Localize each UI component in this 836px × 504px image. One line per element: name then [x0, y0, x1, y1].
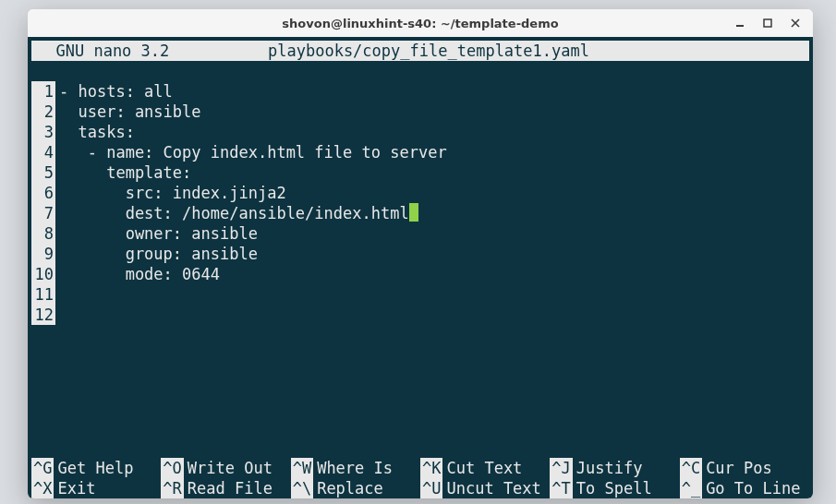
shortcut-label: Replace	[313, 478, 383, 498]
shortcut-key: ^K	[420, 458, 442, 478]
shortcut-key: ^U	[420, 478, 442, 498]
shortcut-item[interactable]: ^RRead File	[161, 478, 290, 498]
editor-line: 4 - name: Copy index.html file to server	[31, 142, 809, 162]
nano-shortcuts: ^GGet Help^OWrite Out^WWhere Is^KCut Tex…	[31, 458, 809, 498]
editor-line: 11	[31, 284, 809, 305]
shortcut-item[interactable]: ^CCur Pos	[680, 458, 809, 478]
shortcut-key: ^X	[31, 478, 54, 498]
line-number: 9	[31, 244, 55, 264]
nano-version: GNU nano 3.2	[37, 41, 268, 61]
shortcut-key: ^W	[291, 458, 313, 478]
shortcut-item[interactable]: ^WWhere Is	[291, 458, 420, 478]
shortcut-key: ^G	[31, 458, 54, 478]
editor-line: 2 user: ansible	[31, 102, 809, 122]
line-content: tasks:	[55, 122, 135, 142]
shortcut-key: ^\	[291, 478, 313, 498]
line-number: 7	[31, 203, 55, 223]
shortcut-item[interactable]: ^GGet Help	[31, 458, 161, 478]
close-button[interactable]	[783, 13, 807, 33]
editor-body[interactable]: 1- hosts: all2 user: ansible3 tasks:4 - …	[31, 61, 809, 325]
shortcut-label: Read File	[184, 478, 273, 498]
shortcut-label: Write Out	[184, 458, 273, 478]
line-content	[55, 305, 59, 325]
line-number: 2	[31, 102, 55, 122]
shortcut-row-2: ^XExit^RRead File^\Replace^UUncut Text^T…	[31, 478, 809, 498]
svg-rect-0	[736, 25, 744, 27]
shortcut-label: Where Is	[313, 458, 393, 478]
shortcut-row-1: ^GGet Help^OWrite Out^WWhere Is^KCut Tex…	[31, 458, 809, 478]
line-content	[55, 284, 59, 305]
shortcut-label: To Spell	[573, 478, 652, 498]
shortcut-item[interactable]: ^XExit	[31, 478, 161, 498]
line-number: 6	[31, 183, 55, 203]
line-content: user: ansible	[55, 102, 201, 122]
editor-line: 10 mode: 0644	[31, 264, 809, 284]
shortcut-key: ^O	[161, 458, 183, 478]
shortcut-key: ^_	[680, 478, 702, 498]
line-content: group: ansible	[55, 244, 258, 264]
line-content: dest: /home/ansible/index.html	[55, 203, 418, 223]
line-content: src: index.jinja2	[55, 183, 286, 203]
nano-filename: playbooks/copy_file_template1.yaml	[268, 41, 804, 61]
shortcut-label: Go To Line	[702, 478, 800, 498]
shortcut-key: ^R	[161, 478, 183, 498]
shortcut-item[interactable]: ^UUncut Text	[420, 478, 550, 498]
shortcut-item[interactable]: ^\Replace	[291, 478, 420, 498]
shortcut-key: ^T	[550, 478, 572, 498]
line-number: 3	[31, 122, 55, 142]
maximize-button[interactable]	[756, 13, 780, 33]
line-number: 5	[31, 162, 55, 183]
shortcut-key: ^C	[680, 458, 702, 478]
editor-line: 8 owner: ansible	[31, 223, 809, 244]
shortcut-label: Get Help	[54, 458, 133, 478]
line-number: 10	[31, 264, 55, 284]
line-content: template:	[55, 162, 191, 183]
shortcut-key: ^J	[550, 458, 572, 478]
window-title: shovon@linuxhint-s40: ~/template-demo	[282, 17, 558, 30]
line-number: 12	[31, 305, 55, 325]
line-number: 11	[31, 284, 55, 305]
window-titlebar: shovon@linuxhint-s40: ~/template-demo	[28, 9, 813, 37]
maximize-icon	[763, 18, 772, 28]
editor-line: 7 dest: /home/ansible/index.html	[31, 203, 809, 223]
shortcut-item[interactable]: ^_Go To Line	[680, 478, 809, 498]
nano-header: GNU nano 3.2 playbooks/copy_file_templat…	[31, 41, 809, 61]
line-content: - hosts: all	[55, 81, 173, 102]
minimize-icon	[735, 18, 745, 28]
editor-line: 12	[31, 305, 809, 325]
shortcut-label: Cur Pos	[702, 458, 772, 478]
minimize-button[interactable]	[728, 13, 752, 33]
shortcut-label: Exit	[54, 478, 95, 498]
line-content: mode: 0644	[55, 264, 220, 284]
terminal-area[interactable]: GNU nano 3.2 playbooks/copy_file_templat…	[28, 37, 813, 498]
shortcut-item[interactable]: ^JJustify	[550, 458, 679, 478]
shortcut-label: Cut Text	[442, 458, 522, 478]
shortcut-item[interactable]: ^OWrite Out	[161, 458, 290, 478]
editor-line: 3 tasks:	[31, 122, 809, 142]
line-content: - name: Copy index.html file to server	[55, 142, 447, 162]
editor-line: 1- hosts: all	[31, 81, 809, 102]
svg-rect-1	[764, 19, 771, 27]
editor-line: 5 template:	[31, 162, 809, 183]
shortcut-label: Uncut Text	[442, 478, 540, 498]
shortcut-label: Justify	[573, 458, 643, 478]
text-cursor	[409, 203, 418, 222]
shortcut-item[interactable]: ^TTo Spell	[550, 478, 679, 498]
close-icon	[791, 18, 800, 28]
editor-line: 6 src: index.jinja2	[31, 183, 809, 203]
line-content: owner: ansible	[55, 223, 258, 244]
line-number: 4	[31, 142, 55, 162]
line-number: 8	[31, 223, 55, 244]
shortcut-item[interactable]: ^KCut Text	[420, 458, 550, 478]
window-controls	[728, 9, 807, 37]
line-number: 1	[31, 81, 55, 102]
terminal-window: shovon@linuxhint-s40: ~/template-demo GN…	[28, 9, 813, 498]
editor-line: 9 group: ansible	[31, 244, 809, 264]
